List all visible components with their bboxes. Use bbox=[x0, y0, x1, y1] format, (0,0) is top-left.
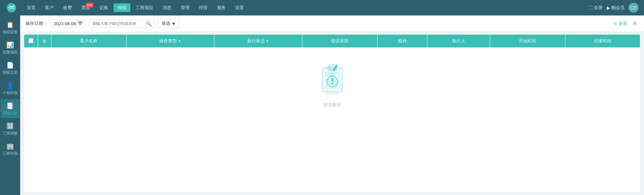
sidebar-icon-5: 🔢 bbox=[6, 122, 14, 130]
empty-illustration bbox=[315, 61, 349, 98]
th-executor-label: 执行人 bbox=[452, 38, 465, 44]
sidebar-item-批量报税[interactable]: 📊 批量报税 bbox=[1, 38, 19, 57]
search-wrap: 🔍 bbox=[89, 19, 155, 28]
sidebar-icon-0: 📋 bbox=[6, 21, 14, 29]
sidebar-label-6: 工商年报 bbox=[3, 151, 17, 156]
member-label: 畅会员 bbox=[611, 5, 625, 11]
date-label: 操作日期： bbox=[26, 21, 47, 27]
sidebar-icon-3: 👤 bbox=[6, 82, 14, 90]
sidebar-icon-1: 📊 bbox=[6, 41, 14, 49]
nav-item-首页[interactable]: 首页 bbox=[23, 3, 40, 12]
sidebar-label-4: 报税记录 bbox=[3, 111, 17, 115]
th-start-time: 开始时间 bbox=[490, 35, 565, 47]
member-icon: ▶ bbox=[607, 5, 610, 10]
filter-operation-icon[interactable]: ▼ bbox=[178, 39, 181, 43]
nav-item-设置[interactable]: 设置 bbox=[231, 3, 248, 12]
th-operation-type-label: 操作类型 bbox=[159, 38, 177, 44]
th-end-time: 结束时间 bbox=[565, 35, 640, 47]
nav-item-消息[interactable]: 消息 bbox=[159, 3, 175, 12]
date-input[interactable]: 2023-06-06 📅 bbox=[51, 20, 86, 28]
refresh-button[interactable]: ↻ 刷新 bbox=[614, 21, 628, 27]
th-tax-type: 税种 bbox=[378, 35, 427, 47]
nav-item-票据[interactable]: 票据new bbox=[77, 3, 94, 12]
refresh-label: 刷新 bbox=[619, 21, 628, 27]
search-icon: 🔍 bbox=[146, 21, 152, 26]
content-area: 操作日期： 2023-06-06 📅 🔍 筛选 ▼ ↻ 刷新 ✕ bbox=[20, 15, 644, 195]
svg-rect-7 bbox=[326, 73, 339, 74]
nav-item-经营[interactable]: 经营 bbox=[195, 3, 212, 12]
nav-item-客户[interactable]: 客户 bbox=[41, 3, 58, 12]
logo[interactable] bbox=[5, 2, 17, 14]
sidebar-item-个税申报[interactable]: 👤 个税申报 bbox=[1, 79, 19, 98]
th-error-reason: 错误原因 bbox=[302, 35, 377, 47]
th-customer-name: 客户名称 bbox=[51, 35, 126, 47]
search-input[interactable] bbox=[89, 20, 143, 27]
nav-item-服务[interactable]: 服务 bbox=[213, 3, 230, 12]
toolbar: 操作日期： 2023-06-06 📅 🔍 筛选 ▼ ↻ 刷新 ✕ bbox=[20, 15, 644, 32]
sidebar-label-1: 批量报税 bbox=[3, 50, 17, 54]
sidebar-label-5: 汇算清缴 bbox=[3, 131, 17, 135]
top-nav: 首页客户收费票据new记账报税工商项目消息管理经营服务设置 ⛶ 全屏 ▶ 畅会员… bbox=[0, 0, 644, 15]
chevron-down-icon: ▼ bbox=[172, 21, 176, 26]
avatar[interactable]: CE bbox=[629, 3, 639, 13]
th-start-time-label: 开始时间 bbox=[519, 38, 536, 44]
fullscreen-label: 全屏 bbox=[594, 5, 603, 11]
svg-rect-3 bbox=[329, 64, 335, 68]
table-wrap: ⚙ 客户名称 操作类型 ▼ 执 bbox=[24, 35, 640, 192]
th-operation-type: 操作类型 ▼ bbox=[126, 35, 214, 47]
sidebar-item-汇算清缴[interactable]: 🔢 汇算清缴 bbox=[1, 119, 19, 138]
avatar-text: CE bbox=[630, 5, 637, 10]
filter-label: 筛选 bbox=[162, 21, 170, 27]
th-customer-name-label: 客户名称 bbox=[80, 38, 97, 44]
th-exec-status-label: 执行状态 bbox=[247, 38, 265, 44]
sidebar-icon-4: 📑 bbox=[6, 102, 14, 110]
sidebar-label-3: 个税申报 bbox=[3, 91, 17, 95]
main-layout: 📋 报税设置 📊 批量报税 📄 报税总览 👤 个税申报 📑 报税记录 🔢 汇算清… bbox=[0, 15, 644, 195]
member-button[interactable]: ▶ 畅会员 bbox=[607, 5, 625, 11]
calendar-icon: 📅 bbox=[78, 21, 83, 26]
svg-point-12 bbox=[324, 92, 341, 95]
data-table: ⚙ 客户名称 操作类型 ▼ 执 bbox=[24, 35, 640, 115]
top-nav-right: ⛶ 全屏 ▶ 畅会员 CE bbox=[588, 3, 639, 13]
th-settings: ⚙ bbox=[38, 35, 51, 47]
svg-rect-8 bbox=[326, 75, 336, 76]
nav-item-管理[interactable]: 管理 bbox=[177, 3, 194, 12]
th-executor: 执行人 bbox=[427, 35, 490, 47]
sidebar-icon-2: 📄 bbox=[6, 61, 14, 69]
th-end-time-label: 结束时间 bbox=[594, 38, 611, 44]
nav-item-记账[interactable]: 记账 bbox=[95, 3, 112, 12]
svg-point-0 bbox=[7, 3, 16, 12]
badge-new: new bbox=[86, 3, 93, 7]
search-button[interactable]: 🔍 bbox=[143, 20, 154, 28]
fullscreen-icon: ⛶ bbox=[588, 5, 593, 10]
th-error-reason-label: 错误原因 bbox=[331, 38, 348, 44]
sidebar-item-工商年报[interactable]: 🏢 工商年报 bbox=[1, 140, 19, 158]
select-all-checkbox[interactable] bbox=[29, 38, 33, 43]
svg-rect-5 bbox=[332, 78, 333, 82]
sidebar-icon-6: 🏢 bbox=[6, 142, 14, 150]
empty-state: 暂无数据 bbox=[24, 47, 640, 115]
svg-point-6 bbox=[331, 83, 333, 84]
nav-item-报税[interactable]: 报税 bbox=[114, 3, 130, 12]
nav-item-收费[interactable]: 收费 bbox=[59, 3, 76, 12]
settings-icon[interactable]: ⚙ bbox=[42, 39, 46, 44]
date-value: 2023-06-06 bbox=[54, 21, 76, 26]
sidebar-item-报税记录[interactable]: 📑 报税记录 bbox=[1, 99, 19, 118]
refresh-icon: ↻ bbox=[614, 21, 617, 26]
sidebar-label-2: 报税总览 bbox=[3, 70, 17, 75]
sidebar-item-报税总览[interactable]: 📄 报税总览 bbox=[1, 58, 19, 77]
filter-exec-icon[interactable]: ▼ bbox=[266, 39, 269, 43]
fullscreen-button[interactable]: ⛶ 全屏 bbox=[588, 5, 603, 11]
empty-row: 暂无数据 bbox=[24, 47, 640, 115]
nav-items: 首页客户收费票据new记账报税工商项目消息管理经营服务设置 bbox=[23, 3, 588, 12]
th-exec-status: 执行状态 ▼ bbox=[214, 35, 302, 47]
th-tax-type-label: 税种 bbox=[398, 38, 407, 44]
filter-button[interactable]: 筛选 ▼ bbox=[158, 19, 180, 28]
close-button[interactable]: ✕ bbox=[631, 20, 639, 27]
nav-item-工商项目[interactable]: 工商项目 bbox=[132, 3, 157, 12]
sidebar-item-报税设置[interactable]: 📋 报税设置 bbox=[1, 18, 19, 37]
sidebar: 📋 报税设置 📊 批量报税 📄 报税总览 👤 个税申报 📑 报税记录 🔢 汇算清… bbox=[0, 15, 20, 195]
empty-text: 暂无数据 bbox=[324, 102, 341, 108]
sidebar-label-0: 报税设置 bbox=[3, 30, 17, 34]
th-checkbox bbox=[24, 35, 38, 47]
